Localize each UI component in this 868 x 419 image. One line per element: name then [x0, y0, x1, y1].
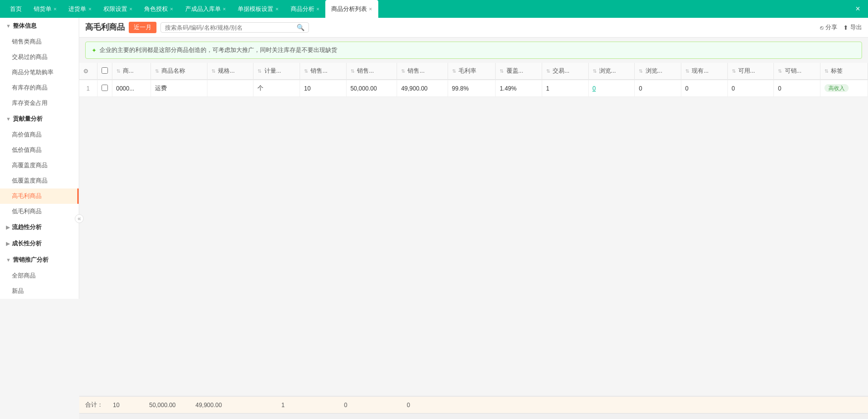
content-header: 高毛利商品 近一月 🔍 ⎋ 分享 ⬆ 导出 — [79, 18, 868, 38]
cell-tag: 高收入 — [820, 80, 868, 97]
sidebar-item-purchase-rate[interactable]: 商品分笔助购率 — [0, 65, 79, 80]
close-analysis-list-tab[interactable]: × — [369, 6, 372, 12]
share-button[interactable]: ⎋ 分享 — [820, 23, 837, 32]
sort-handle-saleable-stock: ⇅ — [778, 68, 782, 74]
close-permission-tab[interactable]: × — [129, 6, 132, 12]
col-current-stock[interactable]: ⇅ 现有... — [681, 63, 727, 80]
col-spec[interactable]: ⇅ 规格... — [207, 63, 254, 80]
col-view1[interactable]: ⇅ 浏览... — [588, 63, 635, 80]
cell-saleable-stock: 0 — [774, 80, 820, 97]
nav-tab-home[interactable]: 首页 — [4, 0, 28, 18]
arrow-growth: ▶ — [6, 241, 10, 246]
sort-handle-name: ⇅ — [155, 68, 159, 74]
col-settings[interactable]: ⚙ — [79, 63, 97, 80]
nav-tab-template[interactable]: 单据模板设置 × — [232, 0, 284, 18]
data-table: ⚙ ⇅ 商... ⇅ 商品名称 — [79, 63, 868, 97]
table-header-row: ⚙ ⇅ 商... ⇅ 商品名称 — [79, 63, 868, 80]
col-saleable-stock[interactable]: ⇅ 可销... — [774, 63, 820, 80]
sidebar-item-traded-goods[interactable]: 交易过的商品 — [0, 49, 79, 65]
cell-sales-profit: 49,900.00 — [397, 80, 448, 97]
bottom-scrollbar[interactable] — [79, 413, 868, 419]
sidebar-item-high-coverage[interactable]: 高覆盖度商品 — [0, 158, 79, 173]
footer-label: 合计： — [85, 401, 103, 409]
col-name[interactable]: ⇅ 商品名称 — [151, 63, 207, 80]
close-sales-tab[interactable]: × — [53, 6, 56, 12]
sidebar-section-trend[interactable]: ▶ 流趋性分析 — [0, 219, 79, 235]
cell-available-stock: 0 — [727, 80, 774, 97]
col-view2[interactable]: ⇅ 浏览... — [635, 63, 681, 80]
close-purchase-tab[interactable]: × — [88, 6, 91, 12]
close-inventory-tab[interactable]: × — [223, 6, 226, 12]
search-input[interactable] — [165, 24, 297, 31]
footer-transaction: 1 — [281, 402, 285, 409]
cell-sales-amount: 50,000.00 — [346, 80, 397, 97]
sidebar-item-new-goods[interactable]: 新品 — [0, 283, 79, 299]
sort-handle-available-stock: ⇅ — [732, 68, 736, 74]
search-box: 🔍 — [160, 22, 309, 33]
cell-current-stock: 0 — [681, 80, 727, 97]
nav-tab-sales[interactable]: 销货单 × — [28, 0, 62, 18]
close-role-tab[interactable]: × — [170, 6, 173, 12]
sidebar-item-capital[interactable]: 库存资金占用 — [0, 95, 79, 111]
content-area: 高毛利商品 近一月 🔍 ⎋ 分享 ⬆ 导出 ✦ 企业的主要的利润都是这部分商品创… — [79, 18, 868, 419]
sort-handle-view2: ⇅ — [639, 68, 643, 74]
main-layout: ▼ 整体信息 销售类商品 交易过的商品 商品分笔助购率 有库存的商品 库存资金占… — [0, 18, 868, 419]
info-banner: ✦ 企业的主要的利润都是这部分商品创造的，可考虑加大推广，同时关注库存是不要出现… — [85, 42, 862, 59]
table-container[interactable]: ⚙ ⇅ 商... ⇅ 商品名称 — [79, 63, 868, 396]
sidebar-section-overall[interactable]: ▼ 整体信息 — [0, 18, 79, 34]
sidebar-item-all-goods[interactable]: 全部商品 — [0, 268, 79, 283]
export-button[interactable]: ⬆ 导出 — [843, 23, 862, 32]
col-sales-amount[interactable]: ⇅ 销售... — [346, 63, 397, 80]
cell-view1[interactable]: 0 — [588, 80, 635, 97]
sort-handle-tag: ⇅ — [824, 68, 828, 74]
cell-name: 运费 — [151, 80, 207, 97]
time-filter-button[interactable]: 近一月 — [129, 22, 156, 33]
sidebar-item-high-value[interactable]: 高价值商品 — [0, 127, 79, 142]
settings-icon[interactable]: ⚙ — [83, 68, 89, 75]
table-row: 1 0000... 运费 个 10 50,000.00 49,900.00 99… — [79, 80, 868, 97]
col-unit[interactable]: ⇅ 计量... — [254, 63, 300, 80]
info-icon: ✦ — [92, 47, 97, 54]
close-template-tab[interactable]: × — [275, 6, 278, 12]
col-coverage[interactable]: ⇅ 覆盖... — [496, 63, 542, 80]
sort-handle-coverage: ⇅ — [500, 68, 504, 74]
sidebar-section-marketing[interactable]: ▼ 营销推广分析 — [0, 252, 79, 268]
close-all-tabs[interactable]: × — [852, 4, 864, 13]
sidebar-collapse-btn[interactable]: « — [75, 214, 84, 223]
cell-checkbox[interactable] — [97, 80, 112, 97]
col-transaction[interactable]: ⇅ 交易... — [542, 63, 588, 80]
close-analysis-tab[interactable]: × — [316, 6, 319, 12]
col-gross-margin[interactable]: ⇅ 毛利率 — [448, 63, 496, 80]
export-icon: ⬆ — [843, 24, 848, 31]
col-sales-count[interactable]: ⇅ 销售... — [300, 63, 347, 80]
arrow-overall: ▼ — [6, 23, 11, 29]
sidebar-item-high-margin[interactable]: 高毛利商品 — [0, 188, 79, 204]
sort-handle-current-stock: ⇅ — [685, 68, 689, 74]
col-tag[interactable]: ⇅ 标签 — [820, 63, 868, 80]
nav-tab-permission[interactable]: 权限设置 × — [98, 0, 138, 18]
sidebar-section-growth[interactable]: ▶ 成长性分析 — [0, 235, 79, 252]
footer-saleable-stock: 0 — [407, 402, 410, 409]
sort-handle-transaction: ⇅ — [546, 68, 550, 74]
sidebar-item-low-margin[interactable]: 低毛利商品 — [0, 204, 79, 219]
sidebar-item-in-stock[interactable]: 有库存的商品 — [0, 80, 79, 95]
footer-values: 10 50,000.00 49,900.00 1 0 0 — [113, 402, 440, 409]
nav-tab-analysis-list[interactable]: 商品分析列表 × — [325, 0, 378, 18]
nav-tab-role[interactable]: 角色授权 × — [138, 0, 179, 18]
sort-handle-sales-count: ⇅ — [304, 68, 308, 74]
col-sales-profit[interactable]: ⇅ 销售... — [397, 63, 448, 80]
row-checkbox[interactable] — [102, 85, 108, 91]
sidebar-item-sales-goods[interactable]: 销售类商品 — [0, 34, 79, 49]
cell-sales-count: 10 — [300, 80, 347, 97]
nav-tab-purchase[interactable]: 进货单 × — [62, 0, 97, 18]
select-all-checkbox[interactable] — [102, 67, 108, 74]
nav-tab-inventory[interactable]: 产成品入库单 × — [179, 0, 232, 18]
sidebar-section-contribution[interactable]: ▼ 贡献量分析 — [0, 111, 79, 127]
sidebar-item-low-coverage[interactable]: 低覆盖度商品 — [0, 173, 79, 188]
nav-tab-analysis[interactable]: 商品分析 × — [285, 0, 325, 18]
col-available-stock[interactable]: ⇅ 可用... — [727, 63, 774, 80]
col-code[interactable]: ⇅ 商... — [112, 63, 151, 80]
sidebar-item-low-value[interactable]: 低价值商品 — [0, 142, 79, 158]
sort-handle-view1: ⇅ — [593, 68, 597, 74]
search-icon[interactable]: 🔍 — [297, 24, 305, 31]
